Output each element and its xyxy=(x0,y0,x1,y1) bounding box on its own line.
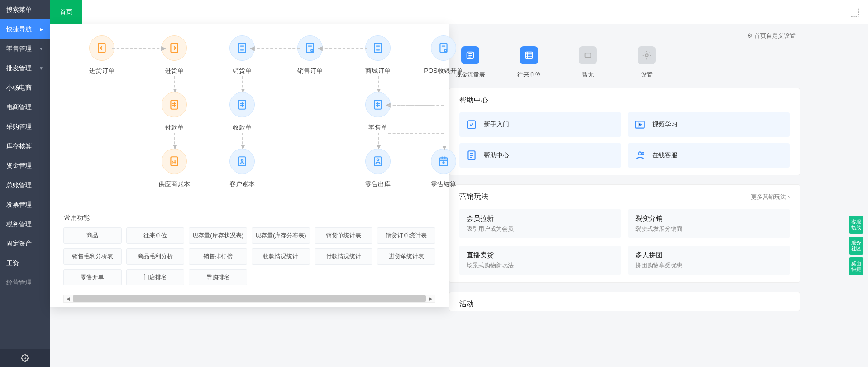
flow-node-n7[interactable]: 收款单 xyxy=(208,92,276,132)
flow-node-n6[interactable]: 付款单 xyxy=(140,92,208,132)
fullscreen-button[interactable] xyxy=(850,8,859,17)
sidebar-item-assets[interactable]: 固定资产 xyxy=(0,234,50,253)
sidebar-item-wholesale[interactable]: 批发管理▼ xyxy=(0,58,50,78)
marketing-item-3[interactable]: 多人拼团拼团购物享受优惠 xyxy=(628,246,790,275)
sidebar-item-funds[interactable]: 资金管理 xyxy=(0,156,50,175)
flow-node-n12[interactable]: 零售结算 xyxy=(410,149,477,188)
svg-point-8 xyxy=(444,49,446,51)
flow-node-n10[interactable]: 客户账本 xyxy=(208,149,276,188)
help-icon xyxy=(634,119,646,130)
workflow-diagram: 进货订单进货单销货单销售订单商城订单POS收银开单付款单收款单零售单供供应商账本… xyxy=(63,35,435,212)
flow-node-n4[interactable]: 商城订单 xyxy=(344,35,412,75)
float-pill-1[interactable]: 服务 社区 xyxy=(849,237,863,255)
sidebar-item-ecom[interactable]: 电商管理 xyxy=(0,97,50,117)
sidebar-item-mgmt[interactable]: 经营管理 xyxy=(0,273,50,292)
tab-home[interactable]: 首页 xyxy=(50,0,82,24)
node-label: 销售订单 xyxy=(276,67,344,75)
scroll-right-button[interactable]: ▶ xyxy=(427,296,435,302)
marketing-item-0[interactable]: 会员拉新吸引用户成为会员 xyxy=(459,209,621,238)
flow-node-n2[interactable]: 销货单 xyxy=(208,35,276,75)
common-fn-5[interactable]: 销货订单统计表 xyxy=(377,227,435,244)
marketing-item-1[interactable]: 裂变分销裂变式发展分销商 xyxy=(628,209,790,238)
flow-node-n9[interactable]: 供供应商账本 xyxy=(140,149,208,188)
node-label: 商城订单 xyxy=(344,67,412,75)
topbar: 首页 xyxy=(50,0,868,24)
float-pills: 客服 热线服务 社区桌面 快捷 xyxy=(849,216,863,275)
sidebar-settings-button[interactable] xyxy=(0,349,50,367)
common-fn-10[interactable]: 付款情况统计 xyxy=(315,248,373,265)
sidebar: 搜索菜单 快捷导航▶ 零售管理▼ 批发管理▼ 小畅电商 电商管理 采购管理 库存… xyxy=(0,0,50,367)
marketing-item-2[interactable]: 直播卖货场景式购物新玩法 xyxy=(459,246,621,275)
node-label: 进货单 xyxy=(140,67,208,75)
sidebar-item-ledger[interactable]: 总账管理 xyxy=(0,175,50,195)
mkt-sub: 拼团购物享受优惠 xyxy=(635,261,782,270)
common-fn-1[interactable]: 往来单位 xyxy=(126,227,185,244)
scroll-left-button[interactable]: ◀ xyxy=(64,296,72,302)
node-label: 销货单 xyxy=(208,67,276,75)
tile-icon xyxy=(520,46,538,64)
activity-card: 活动 xyxy=(449,292,800,311)
node-label: 零售单 xyxy=(344,124,412,132)
sidebar-item-purchase[interactable]: 采购管理 xyxy=(0,117,50,136)
sidebar-item-quicknav[interactable]: 快捷导航▶ xyxy=(0,19,50,39)
help-item-3[interactable]: 在线客服 xyxy=(628,143,790,168)
node-icon xyxy=(365,149,391,174)
common-fn-7[interactable]: 商品毛利分析 xyxy=(126,248,185,265)
tile-icon xyxy=(579,46,597,64)
sidebar-item-salary[interactable]: 工资 xyxy=(0,253,50,273)
common-fn-3[interactable]: 现存量(库存分布表) xyxy=(252,227,310,244)
help-label: 在线客服 xyxy=(652,151,677,159)
sidebar-item-xchang[interactable]: 小畅电商 xyxy=(0,78,50,97)
node-label: 零售结算 xyxy=(410,180,477,188)
flow-node-n11[interactable]: 零售出库 xyxy=(344,149,412,188)
chevron-right-icon: ▶ xyxy=(40,27,43,32)
node-label: 付款单 xyxy=(140,124,208,132)
help-card: 帮助中心 新手入门视频学习帮助中心在线客服 xyxy=(449,88,800,175)
common-fn-9[interactable]: 收款情况统计 xyxy=(252,248,310,265)
help-item-2[interactable]: 帮助中心 xyxy=(459,143,621,168)
node-label: 零售出库 xyxy=(344,180,412,188)
node-label: POS收银开单 xyxy=(410,67,477,75)
node-icon: 供 xyxy=(162,149,187,174)
scroll-thumb[interactable] xyxy=(73,295,426,302)
common-fn-6[interactable]: 销售毛利分析表 xyxy=(63,248,122,265)
common-fn-14[interactable]: 导购排名 xyxy=(189,269,247,285)
node-icon xyxy=(229,92,255,117)
shortcut-tile-2[interactable]: 暂无 xyxy=(572,46,604,79)
shortcut-tile-1[interactable]: 往来单位 xyxy=(513,46,545,79)
flow-node-n0[interactable]: 进货订单 xyxy=(68,35,136,75)
common-fn-13[interactable]: 门店排名 xyxy=(126,269,185,285)
gear-icon xyxy=(21,354,29,362)
horizontal-scrollbar[interactable]: ◀ ▶ xyxy=(63,295,435,303)
common-functions-title: 常用功能 xyxy=(64,214,435,222)
sidebar-item-inventory[interactable]: 库存核算 xyxy=(0,136,50,156)
float-pill-0[interactable]: 客服 热线 xyxy=(849,216,863,234)
common-fn-4[interactable]: 销货单统计表 xyxy=(315,227,373,244)
sidebar-item-invoice[interactable]: 发票管理 xyxy=(0,195,50,214)
help-item-1[interactable]: 视频学习 xyxy=(628,112,790,137)
flow-node-n3[interactable]: 销售订单 xyxy=(276,35,344,75)
sidebar-item-tax[interactable]: 税务管理 xyxy=(0,214,50,234)
common-fn-0[interactable]: 商品 xyxy=(63,227,122,244)
sidebar-item-search[interactable]: 搜索菜单 xyxy=(0,0,50,19)
common-fn-8[interactable]: 销售排行榜 xyxy=(189,248,247,265)
float-pill-2[interactable]: 桌面 快捷 xyxy=(849,257,863,275)
help-item-0[interactable]: 新手入门 xyxy=(459,112,621,137)
flow-node-n8[interactable]: 零售单 xyxy=(344,92,412,132)
marketing-more-link[interactable]: 更多营销玩法 › xyxy=(751,193,790,201)
node-label: 收款单 xyxy=(208,124,276,132)
common-fn-12[interactable]: 零售开单 xyxy=(63,269,122,285)
svg-text:供: 供 xyxy=(172,159,176,164)
svg-point-5 xyxy=(311,49,313,51)
tile-label: 暂无 xyxy=(572,71,604,79)
flow-node-n1[interactable]: 进货单 xyxy=(140,35,208,75)
node-icon xyxy=(365,35,391,61)
common-fn-2[interactable]: 现存量(库存状况表) xyxy=(189,227,247,244)
custom-settings-link[interactable]: ⚙ 首页自定义设置 xyxy=(449,30,800,46)
common-fn-11[interactable]: 进货单统计表 xyxy=(377,248,435,265)
sidebar-item-retail[interactable]: 零售管理▼ xyxy=(0,39,50,58)
node-label: 客户账本 xyxy=(208,180,276,188)
flow-node-n5[interactable]: POS收银开单 xyxy=(410,35,477,75)
shortcut-tile-3[interactable]: 设置 xyxy=(631,46,663,79)
quicknav-flyout: 进货订单进货单销货单销售订单商城订单POS收银开单付款单收款单零售单供供应商账本… xyxy=(50,24,449,307)
